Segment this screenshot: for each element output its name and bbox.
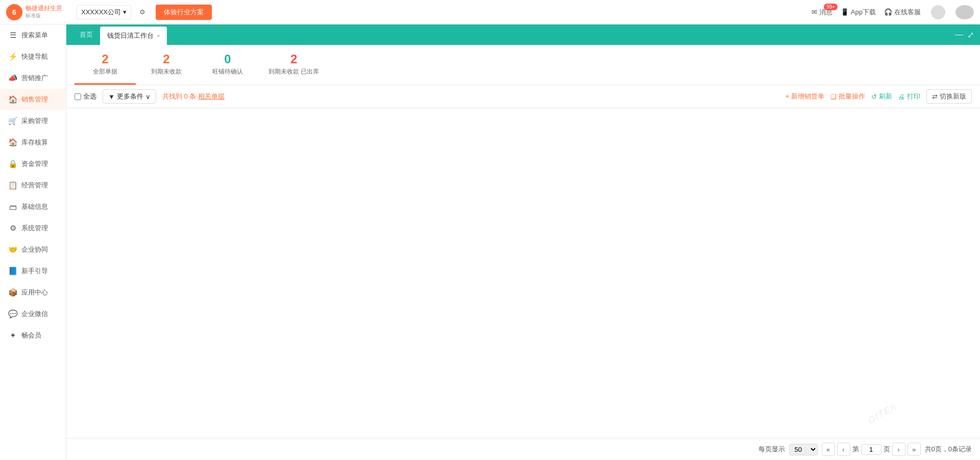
sidebar-item-quick-nav[interactable]: ⚡ 快捷导航 [0,46,66,67]
sidebar-item-label: 系统管理 [21,224,48,233]
toolbar-right: + 新增销货单 ❏ 批量操作 ↺ 刷新 🖨 打印 ⇄ 切换新版 [786,89,972,104]
purchase-icon: 🛒 [8,116,17,126]
sidebar-item-label: 资金管理 [21,159,48,168]
sidebar-item-basic-info[interactable]: 🗃 基础信息 [0,196,66,217]
stats-count-wangpu: 0 [207,52,248,66]
select-all-checkbox[interactable]: 全选 [75,92,96,101]
maximize-icon[interactable]: ⤢ [967,30,974,40]
sidebar-item-label: 企业微信 [21,309,48,319]
stats-tabs: 2 全部单据 2 到期未收款 0 旺铺待确认 2 到期未收款 已出库 [66,45,980,85]
app-download-btn[interactable]: 📱 App下载 [841,8,876,17]
company-name: XXXXXX公司 [81,8,121,17]
per-page-label: 每页显示 [758,445,785,454]
select-all-input[interactable] [75,93,81,100]
found-number: 0 [184,92,188,100]
sidebar-item-label: 新手引导 [21,267,48,276]
app-icon: 📱 [841,8,849,16]
industry-btn[interactable]: 体验行业方案 [156,5,212,20]
tab-bar: 首页 钱货日清工作台 × — ⤢ [66,25,980,45]
batch-label: 批量操作 [839,92,865,101]
stats-tab-all[interactable]: 2 全部单据 [75,45,136,85]
wechat-icon: 💬 [8,309,17,319]
dropdown-icon: ▾ [123,8,127,16]
sidebar-item-label: 经营管理 [21,181,48,190]
marketing-icon: 📣 [8,74,17,83]
operations-icon: 📋 [8,181,17,190]
company-selector[interactable]: XXXXXX公司 ▾ [77,5,131,19]
refresh-label: 刷新 [879,92,892,101]
related-link[interactable]: 相关单据 [198,92,225,100]
vip-icon: ✦ [8,331,17,340]
batch-operation-btn[interactable]: ❏ 批量操作 [830,92,865,101]
system-icon: ⚙ [8,224,17,233]
stats-tab-overdue-unshipped[interactable]: 2 到期未收款 已出库 [258,45,329,85]
service-icon: 🎧 [884,8,892,16]
tab-bar-actions: — ⤢ [955,30,974,40]
sidebar-item-label: 销售管理 [21,95,48,104]
logo-sub: 标准版 [26,12,62,19]
sidebar-item-capital-mgmt[interactable]: 🔒 资金管理 [0,153,66,175]
add-label: + 新增销货单 [786,92,824,101]
switch-version-btn[interactable]: ⇄ 切换新版 [926,89,972,104]
sidebar-item-enterprise-wechat[interactable]: 💬 企业微信 [0,303,66,325]
per-page-select[interactable]: 50 100 200 [789,444,818,455]
sidebar-item-app-center[interactable]: 📦 应用中心 [0,282,66,303]
online-service-btn[interactable]: 🎧 在线客服 [884,8,921,17]
minimize-icon[interactable]: — [955,30,963,40]
search-menu-icon: ☰ [8,31,17,40]
switch-icon: ⇄ [932,93,938,101]
capital-icon: 🔒 [8,159,17,168]
refresh-icon: ↺ [871,93,877,101]
filter-button[interactable]: ▼ 更多条件 ∨ [103,89,156,104]
sidebar-item-operations-mgmt[interactable]: 📋 经营管理 [0,175,66,196]
print-label: 打印 [907,92,920,101]
first-page-btn[interactable]: « [822,443,835,456]
sidebar-item-system-mgmt[interactable]: ⚙ 系统管理 [0,217,66,239]
stats-tab-wangpu[interactable]: 0 旺铺待确认 [197,45,258,85]
refresh-btn[interactable]: ↺ 刷新 [871,92,892,101]
logo-text: 畅捷通好生意 [26,5,62,12]
switch-label: 切换新版 [940,92,966,101]
sidebar-item-label: 营销推广 [21,74,48,83]
batch-icon: ❏ [830,93,837,101]
sidebar-item-sales-mgmt[interactable]: 🏠 销售管理 [0,89,66,110]
page-end-label: 页 [884,445,890,454]
toolbar: 全选 ▼ 更多条件 ∨ 共找到 0 条 相关单据 + 新增销货单 [66,85,980,108]
sidebar-item-label: 基础信息 [21,202,48,211]
sidebar-item-marketing[interactable]: 📣 营销推广 [0,67,66,89]
tab-close-icon[interactable]: × [157,33,160,39]
select-all-label: 全选 [83,92,96,101]
sidebar-item-label: 搜索菜单 [21,31,48,40]
add-sales-btn[interactable]: + 新增销货单 [786,92,824,101]
tab-home[interactable]: 首页 [72,25,100,45]
avatar-extra[interactable] [955,5,974,19]
sidebar-item-enterprise-coop[interactable]: 🤝 企业协同 [0,239,66,260]
prev-page-btn[interactable]: ‹ [837,443,850,456]
sidebar-item-vip-member[interactable]: ✦ 畅会员 [0,325,66,346]
page-nav: « ‹ 第 页 › » [822,443,921,456]
settings-icon[interactable]: ⚙ [135,5,150,19]
filter-chevron: ∨ [145,93,151,101]
stats-count-all: 2 [85,52,126,66]
footer-pagination: 每页显示 50 100 200 « ‹ 第 页 › » 共0页，0条记录 [66,438,980,460]
current-page-input[interactable] [861,444,881,455]
print-btn[interactable]: 🖨 打印 [898,92,920,101]
last-page-btn[interactable]: » [908,443,921,456]
toolbar-left: 全选 ▼ 更多条件 ∨ 共找到 0 条 相关单据 [75,89,779,104]
found-unit: 条 [189,92,196,100]
sidebar-item-inventory[interactable]: 🏠 库存核算 [0,132,66,153]
content-area: 2 全部单据 2 到期未收款 0 旺铺待确认 2 到期未收款 已出库 全选 [66,45,980,460]
avatar[interactable] [931,5,945,19]
sidebar-item-label: 应用中心 [21,288,48,297]
sidebar-item-purchase-mgmt[interactable]: 🛒 采购管理 [0,110,66,132]
sidebar-item-label: 快捷导航 [21,52,48,61]
sidebar-item-beginner-guide[interactable]: 📘 新手引导 [0,260,66,282]
tab-workbench[interactable]: 钱货日清工作台 × [100,27,167,45]
next-page-btn[interactable]: › [892,443,905,456]
message-btn[interactable]: ✉ 消息 99+ [812,8,832,17]
stats-tab-overdue-uncollected[interactable]: 2 到期未收款 [136,45,197,85]
online-service-label: 在线客服 [894,8,921,17]
sidebar-item-search-menu[interactable]: ☰ 搜索菜单 [0,25,66,46]
filter-icon: ▼ [108,93,115,101]
tab-workbench-label: 钱货日清工作台 [107,31,154,40]
